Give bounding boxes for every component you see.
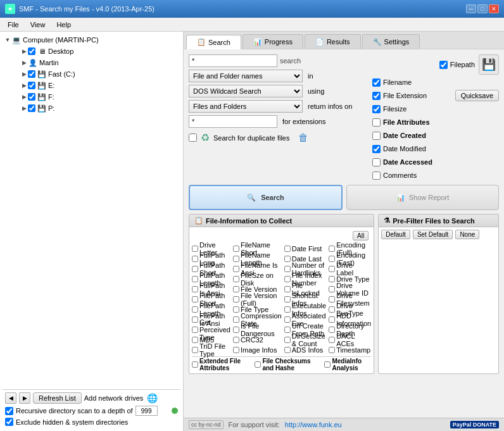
tree-item-e[interactable]: ▶ 💾 E: (3, 80, 180, 91)
file-info-title: File-Information to Collect (206, 217, 292, 225)
cb-timestamp-label: Timestamp (336, 346, 370, 354)
col3: Date First Date Last Number of Hardlinks… (284, 244, 326, 355)
tree-item-c[interactable]: ▶ 💾 Fast (C:) (3, 68, 180, 80)
exclude-checkbox[interactable] (5, 418, 13, 426)
date-created-label: Date Created (383, 132, 426, 139)
c-expander[interactable]: ▶ (20, 70, 28, 78)
maximize-button[interactable]: □ (477, 4, 488, 13)
minimize-button[interactable]: ─ (466, 4, 476, 13)
using-select[interactable]: DOS Wildcard Search (189, 85, 303, 97)
martin-expander[interactable]: ▶ (20, 59, 28, 66)
duplicate-checkbox[interactable] (189, 134, 197, 142)
col4: Encoding (Full) Encoding (Fast) Drive La… (329, 244, 371, 355)
quicksave-icon[interactable]: 💾 (479, 54, 499, 75)
settings-tab-icon: 🔧 (373, 38, 382, 46)
prefilter-icon: ⚗ (384, 216, 390, 225)
search-value-row: search (189, 54, 369, 67)
file-ext-checkbox[interactable] (372, 92, 381, 100)
c-checkbox[interactable] (28, 70, 35, 78)
cb-media: MediaInfo Analysis (324, 359, 371, 370)
quicksave-area: Filepath 💾 (372, 54, 499, 75)
e-checkbox[interactable] (28, 82, 35, 89)
extended-checkbox[interactable] (192, 361, 198, 368)
sidebar: ▼ 💻 Computer (MARTIN-PC) ▶ 🖥 Desktop ▶ 👤… (0, 32, 184, 431)
tab-settings[interactable]: 🔧 Settings (362, 34, 420, 49)
date-accessed-checkbox[interactable] (372, 158, 381, 166)
tab-search[interactable]: 📋 Search (186, 35, 241, 49)
tab-progress[interactable]: 📊 Progress (243, 34, 303, 49)
cb-file-version-full-label: File Version (Full) (241, 292, 282, 307)
martin-icon: 👤 (28, 58, 38, 68)
filesize-checkbox[interactable] (372, 105, 381, 113)
sidebar-bottom-row1: ◀ ▶ Refresh List Add network drives 🌐 (5, 392, 178, 404)
menu-file[interactable]: File (3, 20, 24, 30)
quicksave-button[interactable]: Quicksave (455, 90, 499, 101)
media-checkbox[interactable] (324, 361, 331, 368)
p-checkbox[interactable] (28, 104, 35, 112)
paypal-badge[interactable]: PayPal DONATE (450, 421, 499, 428)
file-attr-checkbox[interactable] (372, 118, 381, 127)
desktop-checkbox[interactable] (28, 47, 35, 55)
report-button[interactable]: 📊 Show Report (346, 185, 499, 210)
cb-crc32-label: CRC32 (241, 336, 263, 344)
cb-ads-infos: ADS Infos (284, 345, 326, 355)
checksums-label: File Checksums and Hashe (262, 358, 319, 372)
tab-results[interactable]: 📄 Results (305, 34, 361, 49)
filename-label: Filename (383, 78, 412, 86)
default-button[interactable]: Default (381, 230, 410, 239)
close-button[interactable]: ✕ (489, 4, 499, 13)
nav-prev-button[interactable]: ◀ (5, 392, 16, 404)
search-input[interactable] (189, 54, 277, 67)
return-select[interactable]: Files and Folders (189, 100, 303, 113)
info-buttons-row: All (192, 230, 371, 242)
support-link[interactable]: http://www.funk.eu (285, 421, 342, 428)
tree-item-f[interactable]: ▶ 💾 F: (3, 91, 180, 103)
e-expander[interactable]: ▶ (20, 82, 28, 89)
network-icon[interactable]: 🌐 (147, 393, 158, 403)
root-expander[interactable]: ▼ (4, 36, 11, 44)
set-default-button[interactable]: Set Default (413, 230, 453, 239)
window-controls[interactable]: ─ □ ✕ (466, 4, 499, 13)
depth-input[interactable] (135, 406, 158, 416)
tree-root[interactable]: ▼ 💻 Computer (MARTIN-PC) (3, 34, 180, 46)
cb-dangerous: Is File Dangerous (233, 325, 282, 335)
search-button[interactable]: 🔍 Search (189, 185, 343, 210)
all-button[interactable]: All (353, 231, 369, 240)
tree-item-martin[interactable]: ▶ 👤 Martin (3, 57, 180, 68)
none-button[interactable]: None (455, 230, 479, 239)
p-expander[interactable]: ▶ (20, 104, 28, 112)
cb-perceived: Get Perceived Type (192, 325, 230, 335)
cb-date-first: Date First (284, 244, 326, 254)
cb-dirgetsize: DirGetSize & Count (284, 335, 326, 345)
tree-item-desktop[interactable]: ▶ 🖥 Desktop (3, 46, 180, 57)
date-created-checkbox[interactable] (372, 132, 381, 140)
date-modified-checkbox[interactable] (372, 145, 381, 153)
nav-next-button[interactable]: ▶ (19, 392, 30, 404)
file-ext-label: File Extension (383, 92, 427, 99)
sidebar-bottom-row2: Recursive directory scan to a depth of (5, 406, 178, 416)
refresh-list-button[interactable]: Refresh List (33, 392, 82, 404)
cb-drive-label-label: Drive Label (336, 261, 371, 277)
menu-help[interactable]: Help (51, 20, 76, 30)
f-checkbox[interactable] (28, 93, 35, 101)
comments-checkbox[interactable] (372, 172, 381, 180)
file-info-content: All Drive Letter FullPath Long FullPath … (189, 227, 374, 373)
cb-image-infos: Image Infos (233, 345, 282, 355)
tree-c-label: Fast (C:) (48, 70, 75, 78)
f-expander[interactable]: ▶ (20, 93, 28, 101)
extension-input[interactable] (189, 115, 277, 128)
computer-icon: 💻 (11, 35, 22, 45)
desktop-expander[interactable]: ▶ (20, 47, 28, 55)
filepath-checkbox[interactable] (439, 61, 448, 69)
cb-date-first-label: Date First (292, 245, 322, 253)
tree-p-label: P: (48, 104, 54, 112)
cb-checksums: File Checksums and Hashe (255, 359, 319, 370)
menu-view[interactable]: View (25, 20, 51, 30)
recursive-checkbox[interactable] (5, 407, 13, 415)
p-drive-icon: 💾 (37, 103, 47, 113)
results-tab-label: Results (327, 38, 350, 46)
in-select[interactable]: File and Folder names (189, 70, 303, 82)
tree-item-p[interactable]: ▶ 💾 P: (3, 103, 180, 114)
checksums-checkbox[interactable] (255, 361, 261, 368)
filename-checkbox[interactable] (372, 78, 381, 87)
